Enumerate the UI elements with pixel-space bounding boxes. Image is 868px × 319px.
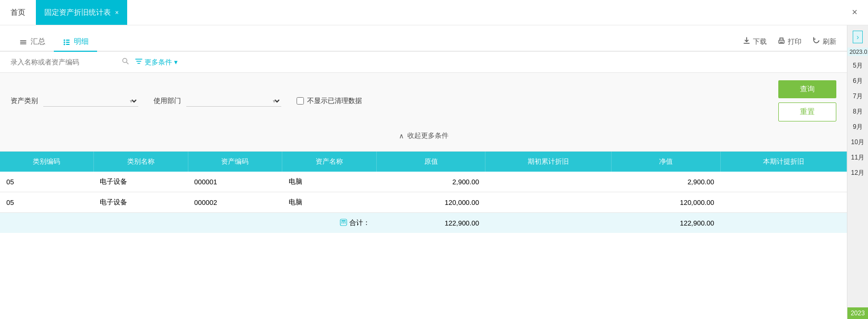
search-input[interactable] — [11, 58, 116, 66]
collapse-label: 收起更多条件 — [407, 131, 449, 140]
query-btn[interactable]: 查询 — [778, 80, 836, 98]
more-conditions-btn[interactable]: 更多条件 ▾ — [135, 58, 178, 67]
search-icon[interactable] — [121, 57, 130, 67]
cell-accumulated-dep-1 — [485, 172, 612, 192]
collapse-btn[interactable]: ∧ 收起更多条件 — [399, 128, 449, 144]
hide-cleaned-label: 不显示已清理数据 — [307, 96, 362, 106]
filter-icon — [135, 58, 142, 67]
month-7[interactable]: 7月 — [847, 89, 868, 104]
col-category-name: 类别名称 — [93, 152, 188, 172]
footer-current-dep — [721, 213, 847, 233]
print-icon — [777, 36, 786, 46]
svg-rect-14 — [341, 220, 346, 222]
active-tab-label: 固定资产折旧统计表 — [44, 8, 111, 17]
usage-dept-group: 使用部门 ▾ — [154, 95, 275, 107]
cell-current-dep-1 — [721, 172, 847, 192]
svg-rect-17 — [345, 222, 346, 223]
reset-btn[interactable]: 重置 — [778, 102, 836, 121]
col-asset-name: 资产名称 — [282, 152, 377, 172]
footer-label: 合计： — [349, 218, 370, 228]
footer-net-value: 122,900.00 — [612, 213, 721, 233]
cell-net-value-2: 120,000.00 — [612, 192, 721, 213]
hide-cleaned-checkbox[interactable] — [297, 97, 304, 105]
month-12[interactable]: 12月 — [847, 165, 868, 181]
svg-rect-10 — [780, 42, 783, 43]
search-bar: 更多条件 ▾ — [0, 52, 847, 73]
month-8[interactable]: 8月 — [847, 104, 868, 119]
cell-category-name-2: 电子设备 — [93, 192, 188, 213]
cell-asset-name-1: 电脑 — [282, 172, 377, 192]
cell-current-dep-2 — [721, 192, 847, 213]
filter-buttons: 查询 重置 — [778, 80, 836, 121]
main-content: 汇总 明细 — [0, 25, 868, 319]
cell-original-value-1: 2,900.00 — [376, 172, 485, 192]
table-header: 类别编码 类别名称 资产编码 资产名称 原值 期初累计折旧 净值 本期计提折旧 — [0, 152, 847, 172]
tab-detail[interactable]: 明细 — [54, 33, 97, 52]
filter-row: 资产类别 ▾ 使用部门 ▾ — [11, 80, 836, 121]
month-6[interactable]: 6月 — [847, 73, 868, 89]
svg-rect-0 — [20, 40, 26, 41]
cell-asset-code-1: 000001 — [188, 172, 282, 192]
cell-category-name-1: 电子设备 — [93, 172, 188, 192]
table-container: 类别编码 类别名称 资产编码 资产名称 原值 期初累计折旧 净值 本期计提折旧 … — [0, 152, 847, 233]
refresh-btn[interactable]: 刷新 — [812, 36, 836, 46]
hide-cleaned-group: 不显示已清理数据 — [297, 96, 362, 106]
filter-panel: 资产类别 ▾ 使用部门 ▾ — [0, 73, 847, 152]
active-tab[interactable]: 固定资产折旧统计表 × — [36, 0, 127, 25]
month-5[interactable]: 5月 — [847, 58, 868, 73]
left-panel: 汇总 明细 — [0, 25, 847, 319]
cell-asset-name-2: 电脑 — [282, 192, 377, 213]
col-category-code: 类别编码 — [0, 152, 93, 172]
window-close-icon[interactable]: × — [841, 7, 868, 18]
month-10[interactable]: 10月 — [847, 135, 868, 150]
svg-rect-16 — [343, 222, 344, 223]
tab-summary-label: 汇总 — [31, 37, 45, 46]
table-footer: 合计： 122,900.00 122,900.00 — [0, 213, 847, 233]
svg-rect-8 — [66, 44, 70, 45]
svg-rect-2 — [20, 43, 26, 44]
tab-summary[interactable]: 汇总 — [11, 33, 54, 52]
download-label: 下载 — [753, 37, 767, 46]
cell-asset-code-2: 000002 — [188, 192, 282, 213]
table-footer-row: 合计： 122,900.00 122,900.00 — [0, 213, 847, 233]
tab-row: 汇总 明细 — [0, 25, 847, 52]
month-11[interactable]: 11月 — [847, 150, 868, 165]
svg-rect-6 — [66, 42, 70, 43]
table-body: 05 电子设备 000001 电脑 2,900.00 2,900.00 05 电… — [0, 172, 847, 213]
month-9[interactable]: 9月 — [847, 119, 868, 135]
more-conditions-label: 更多条件 — [145, 58, 172, 67]
usage-dept-select[interactable] — [186, 95, 281, 107]
asset-category-arrow-icon: ▾ — [130, 98, 132, 104]
list-icon — [62, 37, 71, 46]
print-btn[interactable]: 打印 — [777, 36, 802, 46]
nav-home[interactable]: 首页 — [0, 0, 36, 25]
asset-category-select[interactable] — [43, 95, 138, 107]
chevron-right-icon: › — [856, 33, 859, 41]
close-tab-icon[interactable]: × — [115, 9, 119, 16]
svg-point-5 — [64, 42, 65, 43]
svg-rect-15 — [341, 222, 342, 223]
cell-net-value-1: 2,900.00 — [612, 172, 721, 192]
svg-rect-4 — [66, 40, 70, 41]
col-current-depreciation: 本期计提折旧 — [721, 152, 847, 172]
chevron-down-icon: ▾ — [174, 58, 178, 66]
footer-label-cell: 合计： — [0, 213, 376, 233]
print-label: 打印 — [788, 37, 802, 46]
usage-dept-label: 使用部门 — [154, 96, 181, 106]
table-row: 05 电子设备 000001 电脑 2,900.00 2,900.00 — [0, 172, 847, 192]
calculator-icon — [340, 219, 347, 228]
right-sidebar: › 2023.01 5月 6月 7月 8月 9月 10月 11月 12月 202… — [847, 25, 868, 319]
tab-detail-label: 明细 — [74, 37, 89, 46]
svg-line-12 — [127, 62, 129, 64]
col-original-value: 原值 — [376, 152, 485, 172]
download-icon — [742, 36, 751, 46]
table-header-row: 类别编码 类别名称 资产编码 资产名称 原值 期初累计折旧 净值 本期计提折旧 — [0, 152, 847, 172]
asset-category-label: 资产类别 — [11, 96, 38, 106]
download-btn[interactable]: 下载 — [742, 36, 767, 46]
date-nav-btn[interactable]: › — [853, 31, 863, 43]
year-badge[interactable]: 2023 — [847, 307, 868, 319]
layers-icon — [19, 37, 27, 46]
refresh-icon — [812, 36, 821, 46]
col-net-value: 净值 — [612, 152, 721, 172]
data-table: 类别编码 类别名称 资产编码 资产名称 原值 期初累计折旧 净值 本期计提折旧 … — [0, 152, 847, 233]
